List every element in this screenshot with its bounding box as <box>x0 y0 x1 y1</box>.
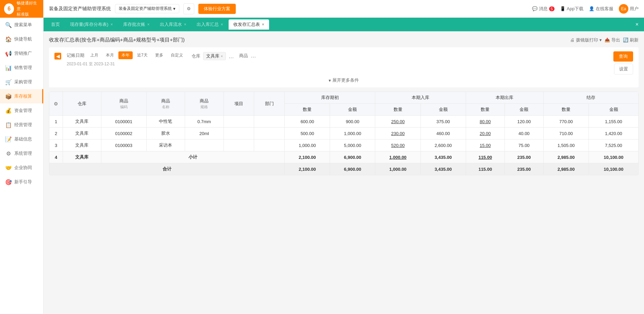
subtotal-opening-qty: 2,100.00 <box>285 151 330 163</box>
subtotal-in-qty[interactable]: 1,000.00 <box>375 151 420 163</box>
online-service-button[interactable]: 👤 在线客服 <box>589 6 613 12</box>
filter-area: ◀ 记账日期 上月 本月 本年 近7天 更多 自定义 <box>49 47 639 87</box>
department-header: 部门 <box>254 92 285 116</box>
sidebar-item-system[interactable]: ⚙ 系统管理 <box>0 146 43 161</box>
enterprise-icon: 🤝 <box>5 165 12 171</box>
page-actions: 🖨 拨镜版打印 ▾ 📤 导出 🔄 刷新 <box>570 37 639 43</box>
warehouse-tag[interactable]: 文具库 × <box>203 52 226 60</box>
row-in-qty[interactable]: 520.00 <box>375 139 420 151</box>
row-in-qty[interactable]: 250.00 <box>375 116 420 128</box>
warehouse-tag-close-icon[interactable]: × <box>221 54 223 58</box>
message-button[interactable]: 💬 消息 5 <box>532 6 555 12</box>
phone-icon: 📱 <box>560 6 565 11</box>
chevron-down-icon: ▾ <box>599 37 602 43</box>
sidebar-item-capital[interactable]: 💰 资金管理 <box>0 103 43 118</box>
row-opening-qty: 500.00 <box>285 128 330 139</box>
this-month-btn[interactable]: 本月 <box>103 51 117 59</box>
tab-close-icon[interactable]: × <box>262 22 264 27</box>
last-7-days-btn[interactable]: 近7天 <box>134 51 151 59</box>
row-opening-qty: 1,000.00 <box>285 139 330 151</box>
tab-close-icon[interactable]: × <box>111 22 113 27</box>
more-btn[interactable]: 更多 <box>152 51 166 59</box>
goods-spec-header: 商品规格 <box>185 92 224 116</box>
date-buttons: 上月 本月 本年 近7天 更多 自定义 <box>87 51 186 59</box>
expand-row: ▾ 展开更多条件 <box>54 77 633 83</box>
row-in-qty[interactable]: 230.00 <box>375 128 420 139</box>
row-department <box>254 116 285 128</box>
opening-header: 库存期初 <box>285 92 375 104</box>
expand-button[interactable]: ▾ 展开更多条件 <box>329 77 359 83</box>
tab-close-icon[interactable]: × <box>221 22 223 27</box>
main-content: 首页 现存量(库存分布表) × 库存批次账 × 出入库流水 × 出入库汇总 × … <box>44 18 644 314</box>
app-download-button[interactable]: 📱 App下载 <box>560 6 583 12</box>
subtotal-balance-qty: 2,985.00 <box>543 151 589 163</box>
refresh-icon: 🔄 <box>623 37 628 43</box>
goods-label: 商品 <box>239 53 248 59</box>
logo-icon: 6 <box>4 3 14 14</box>
refresh-button[interactable]: 🔄 刷新 <box>623 37 639 43</box>
goods-more[interactable]: ... <box>251 52 256 59</box>
tab-recv-send-summary[interactable]: 收发存汇总表 × <box>229 19 269 30</box>
custom-btn[interactable]: 自定义 <box>168 51 186 59</box>
sidebar-item-marketing[interactable]: 📢 营销推广 <box>0 46 43 61</box>
tab-close-icon[interactable]: × <box>184 22 186 27</box>
total-balance-qty: 2,985.00 <box>543 163 589 175</box>
tab-bar: 首页 现存量(库存分布表) × 库存批次账 × 出入库流水 × 出入库汇总 × … <box>44 18 644 31</box>
balance-amt-header: 金额 <box>589 104 639 116</box>
row-out-qty[interactable]: 15.00 <box>466 139 505 151</box>
last-month-btn[interactable]: 上月 <box>87 51 101 59</box>
tab-home-label: 首页 <box>51 21 60 28</box>
user-button[interactable]: Ea 用户 <box>619 4 639 14</box>
subtotal-row: 4 文具库 小计 2,100.00 6,900.00 1,000.00 3,43… <box>49 151 639 163</box>
system-selector[interactable]: 装备及固定资产辅助管理系统 ▾ <box>115 4 179 13</box>
avatar: Ea <box>619 4 628 14</box>
sidebar-item-operation[interactable]: 📋 经营管理 <box>0 118 43 132</box>
filter-toggle[interactable]: ◀ <box>54 53 61 60</box>
row-out-amt: 40.00 <box>505 128 543 139</box>
row-out-qty[interactable]: 80.00 <box>466 116 505 128</box>
tab-in-out-summary[interactable]: 出入库汇总 × <box>192 19 228 30</box>
sidebar-item-search[interactable]: 🔍 搜索菜单 <box>0 18 43 32</box>
query-button[interactable]: 查询 <box>613 51 633 62</box>
home-icon: 🏠 <box>5 36 12 42</box>
tab-close-icon[interactable]: × <box>147 22 150 27</box>
warehouse-more[interactable]: ... <box>229 53 234 60</box>
tab-batch-account[interactable]: 库存批次账 × <box>118 19 154 30</box>
export-button[interactable]: 📤 导出 <box>605 37 620 43</box>
in-amt-header: 金额 <box>420 104 466 116</box>
out-qty-header: 数量 <box>466 104 505 116</box>
expand-icon: ▾ <box>329 78 331 83</box>
subtotal-opening-amt: 6,900.00 <box>330 151 375 163</box>
table-header: ⚙ 仓库 商品编码 商品名称 商品规格 项目 部门 库存期初 本期入库 本期出库… <box>49 92 639 116</box>
table-container: ⚙ 仓库 商品编码 商品名称 商品规格 项目 部门 库存期初 本期入库 本期出库… <box>49 92 639 175</box>
row-in-amt: 375.00 <box>420 116 466 128</box>
sidebar-item-inventory[interactable]: 📦 库存核算 <box>0 89 43 103</box>
operation-icon: 📋 <box>5 122 12 128</box>
this-year-btn[interactable]: 本年 <box>118 51 133 59</box>
trial-button[interactable]: 体验行业方案 <box>198 4 236 14</box>
row-in-amt: 460.00 <box>420 128 466 139</box>
tab-home[interactable]: 首页 <box>46 19 65 30</box>
total-opening-qty: 2,100.00 <box>285 163 330 175</box>
row-out-qty[interactable]: 20.00 <box>466 128 505 139</box>
sidebar-item-purchase[interactable]: 🛒 采购管理 <box>0 75 43 89</box>
message-icon: 💬 <box>532 6 538 11</box>
row-balance-amt: 1,420.00 <box>589 128 639 139</box>
sidebar-item-quick-nav[interactable]: 🏠 快捷导航 <box>0 32 43 46</box>
tab-in-out-flow[interactable]: 出入库流水 × <box>155 19 191 30</box>
filter-setting-button[interactable]: 设置 <box>614 64 633 75</box>
out-header: 本期出库 <box>466 92 543 104</box>
sidebar-item-guide[interactable]: 🎯 新手引导 <box>0 175 43 189</box>
row-goods-spec <box>185 139 224 151</box>
column-settings-icon[interactable]: ⚙ <box>54 101 58 106</box>
tab-inventory-dist[interactable]: 现存量(库存分布表) × <box>65 19 118 30</box>
subtotal-out-qty[interactable]: 115.00 <box>466 151 505 163</box>
settings-column-header: ⚙ <box>49 92 63 116</box>
tab-bar-close-button[interactable]: × <box>633 20 641 29</box>
settings-button[interactable]: ⚙ <box>183 3 194 14</box>
sidebar-item-basic-info[interactable]: 📝 基础信息 <box>0 132 43 146</box>
sidebar-item-enterprise[interactable]: 🤝 企业协同 <box>0 161 43 175</box>
sidebar-item-sales[interactable]: 📊 销售管理 <box>0 61 43 75</box>
marketing-icon: 📢 <box>5 50 12 56</box>
print-button[interactable]: 🖨 拨镜版打印 ▾ <box>570 37 602 43</box>
